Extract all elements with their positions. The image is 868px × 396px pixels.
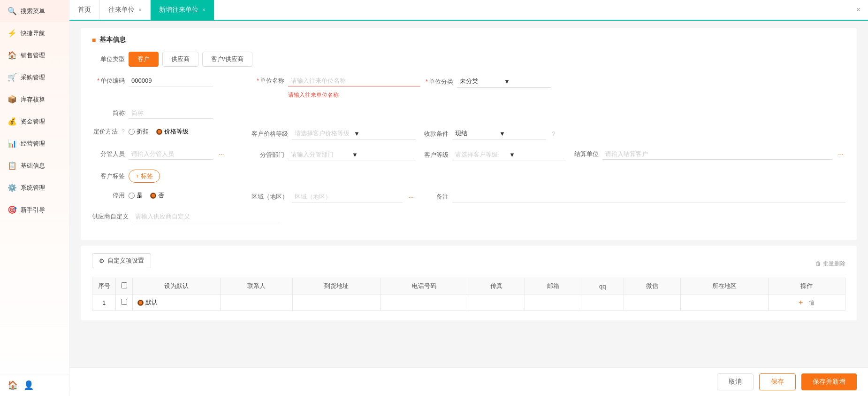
payment-terms-select[interactable]: 现结 ▼ xyxy=(452,127,546,140)
cell-region[interactable] xyxy=(680,295,768,311)
customer-level-select[interactable]: 请选择客户等级 ▼ xyxy=(452,148,566,161)
disabled-row: 停用 是 否 区域（地区） ··· xyxy=(92,191,845,202)
code-name-row: *单位编码 *单位名称 请输入往来单位名称 *单位分类 xyxy=(92,75,845,99)
pricing-help-icon[interactable]: ? xyxy=(122,128,125,135)
region-input[interactable] xyxy=(292,191,403,202)
tab-new-partner[interactable]: 新增往来单位 × xyxy=(151,0,214,20)
tab-partners-close[interactable]: × xyxy=(138,7,142,13)
disabled-radio-group: 是 否 xyxy=(129,191,164,200)
unit-type-label: 单位类型 xyxy=(92,55,125,63)
row-default-radio[interactable] xyxy=(137,300,144,306)
unit-type-row: 单位类型 客户 供应商 客户/供应商 xyxy=(92,52,845,67)
department-select[interactable]: 请输入分管部门 ▼ xyxy=(288,148,416,161)
settlement-unit-more-btn[interactable]: ··· xyxy=(836,150,845,158)
short-name-row: 简称 xyxy=(92,108,845,119)
unit-category-select[interactable]: 未分类 ▼ xyxy=(457,75,551,88)
tab-home[interactable]: 首页 xyxy=(69,0,100,20)
sidebar-item-guide[interactable]: 🎯 新手引导 xyxy=(0,199,69,221)
supplier-custom-input[interactable] xyxy=(132,211,280,222)
sidebar-item-operations[interactable]: 📊 经营管理 xyxy=(0,132,69,155)
pricing-method-group: 定价方法 ? 折扣 价格等级 xyxy=(92,127,251,136)
disabled-no-option[interactable]: 否 xyxy=(150,191,164,200)
sidebar-item-sales[interactable]: 🏠 销售管理 xyxy=(0,44,69,66)
row-delete-button[interactable]: 🗑 xyxy=(808,299,815,306)
region-label: 区域（地区） xyxy=(251,193,288,201)
home-bottom-icon[interactable]: 🏠 xyxy=(8,380,18,390)
cancel-button[interactable]: 取消 xyxy=(717,373,754,390)
unit-type-group: 单位类型 客户 供应商 客户/供应商 xyxy=(92,52,845,67)
row-default-radio-label[interactable]: 默认 xyxy=(137,298,215,307)
cell-address[interactable] xyxy=(292,295,380,311)
unit-btn-supplier[interactable]: 供应商 xyxy=(162,52,198,67)
sidebar-item-inventory[interactable]: 📦 库存核算 xyxy=(0,88,69,110)
unit-name-input[interactable] xyxy=(288,75,420,86)
save-button[interactable]: 保存 xyxy=(759,373,796,390)
customer-tag-row: 客户标签 + 标签 xyxy=(92,170,845,183)
user-bottom-icon[interactable]: 👤 xyxy=(23,380,34,390)
cell-contact[interactable] xyxy=(221,295,293,311)
col-checkbox xyxy=(116,278,133,295)
sidebar-item-quick-nav[interactable]: ⚡ 快捷导航 xyxy=(0,22,69,44)
col-address: 到货地址 xyxy=(292,278,380,295)
row-add-button[interactable]: + xyxy=(799,298,803,306)
col-email: 邮箱 xyxy=(525,278,581,295)
sidebar-item-basic-info[interactable]: 📋 基础信息 xyxy=(0,155,69,177)
cell-fax[interactable] xyxy=(468,295,525,311)
table-select-all[interactable] xyxy=(121,282,127,288)
short-name-input[interactable] xyxy=(129,108,213,119)
batch-delete-button[interactable]: 🗑 批量删除 xyxy=(815,260,845,268)
global-close-button[interactable]: × xyxy=(849,6,868,14)
add-tag-button[interactable]: + 标签 xyxy=(129,170,160,183)
row-checkbox[interactable] xyxy=(121,299,127,305)
sidebar-item-label: 系统管理 xyxy=(21,184,45,192)
disabled-yes-option[interactable]: 是 xyxy=(129,191,143,200)
custom-settings-label: 自定义项设置 xyxy=(107,256,144,265)
supplier-custom-row: 供应商自定义 xyxy=(92,211,845,222)
pricing-level-option[interactable]: 价格等级 xyxy=(156,127,189,136)
payment-terms-help-icon[interactable]: ? xyxy=(552,130,555,137)
cell-phone[interactable] xyxy=(381,295,468,311)
customer-level-placeholder: 请选择客户等级 xyxy=(455,150,509,159)
short-name-group: 简称 xyxy=(92,108,251,119)
pricing-discount-option[interactable]: 折扣 xyxy=(129,127,149,136)
payment-terms-arrow: ▼ xyxy=(499,130,543,137)
settlement-unit-input[interactable] xyxy=(602,148,832,160)
unit-code-input[interactable] xyxy=(129,75,213,86)
cell-qq[interactable] xyxy=(581,295,624,311)
tab-partners[interactable]: 往来单位 × xyxy=(100,0,151,20)
manager-group: 分管人员 ··· xyxy=(92,148,251,160)
cell-email[interactable] xyxy=(525,295,581,311)
unit-btn-both[interactable]: 客户/供应商 xyxy=(202,52,252,67)
custom-settings-icon: ⚙ xyxy=(99,257,105,264)
customer-price-level-select[interactable]: 请选择客户价格等级 ▼ xyxy=(292,127,416,140)
save-new-button[interactable]: 保存并新增 xyxy=(801,373,857,390)
pricing-discount-radio[interactable] xyxy=(129,129,135,135)
sidebar-item-label: 库存核算 xyxy=(21,95,45,104)
custom-settings-button[interactable]: ⚙ 自定义项设置 xyxy=(92,253,151,268)
disabled-yes-radio[interactable] xyxy=(129,193,135,199)
sidebar-item-search[interactable]: 🔍 搜索菜单 xyxy=(0,0,69,22)
col-region: 所在地区 xyxy=(680,278,768,295)
sidebar-item-label: 采购管理 xyxy=(21,73,45,82)
tab-new-partner-close[interactable]: × xyxy=(202,7,206,13)
tab-bar: 首页 往来单位 × 新增往来单位 × × xyxy=(69,0,868,21)
unit-code-group: *单位编码 xyxy=(92,75,251,86)
table-row: 1 默认 xyxy=(92,295,845,311)
cell-wechat[interactable] xyxy=(624,295,681,311)
region-more-btn[interactable]: ··· xyxy=(406,193,416,201)
sidebar-item-purchase[interactable]: 🛒 采购管理 xyxy=(0,66,69,88)
remark-input[interactable] xyxy=(452,191,845,202)
manager-more-btn[interactable]: ··· xyxy=(217,150,226,158)
pricing-level-radio[interactable] xyxy=(156,129,162,135)
payment-terms-value: 现结 xyxy=(455,129,499,138)
unit-btn-customer[interactable]: 客户 xyxy=(129,52,159,67)
basic-info-section: ■ 基本信息 单位类型 客户 供应商 客户/供应商 *单位编 xyxy=(81,28,857,240)
sales-icon: 🏠 xyxy=(8,51,17,60)
manager-input[interactable] xyxy=(129,148,213,160)
sidebar-item-system[interactable]: ⚙️ 系统管理 xyxy=(0,177,69,199)
disabled-no-radio[interactable] xyxy=(150,193,156,199)
disabled-yes-label: 是 xyxy=(137,191,143,200)
unit-type-buttons: 客户 供应商 客户/供应商 xyxy=(129,52,252,67)
col-contact: 联系人 xyxy=(221,278,293,295)
sidebar-item-finance[interactable]: 💰 资金管理 xyxy=(0,110,69,132)
